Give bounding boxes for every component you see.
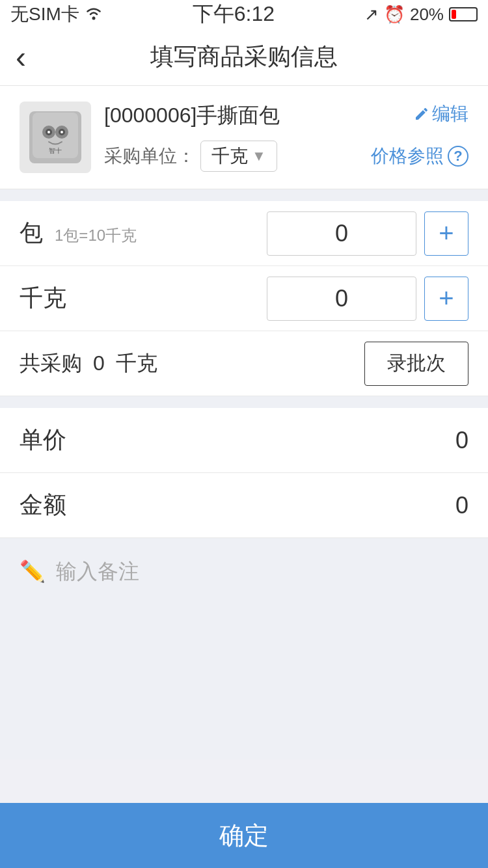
unit-price-label: 单价 [20,424,455,456]
bag-label: 包 1包=10千克 [20,217,267,249]
input-section: 包 1包=10千克 0 + 千克 0 + 共采购 0 千克 录批次 [0,201,488,396]
amount-label: 金额 [20,489,455,521]
kg-value-field[interactable]: 0 [267,277,416,321]
amount-row: 金额 0 [0,473,488,538]
svg-text:智十: 智十 [49,147,62,154]
kg-plus-button[interactable]: + [424,277,468,321]
edit-button[interactable]: 编辑 [414,102,468,126]
svg-point-6 [47,131,50,133]
price-info-section: 单价 0 金额 0 [0,408,488,538]
section-divider-1 [0,189,488,201]
page-title: 填写商品采购信息 [150,41,338,73]
location-icon: ↗ [364,5,379,25]
battery-icon [449,7,478,21]
unit-price-row: 单价 0 [0,408,488,473]
kg-label: 千克 [20,282,267,314]
status-time: 下午6:12 [193,0,275,29]
kg-input-row: 千克 0 + [0,266,488,331]
product-name: [0000006]手撕面包 [104,102,280,130]
bag-value-field[interactable]: 0 [267,211,416,256]
status-right-area: ↗ ⏰ 20% [364,5,478,25]
svg-point-0 [92,17,95,20]
batch-button[interactable]: 录批次 [364,342,468,386]
dropdown-arrow-icon: ▼ [252,148,266,165]
summary-row: 共采购 0 千克 录批次 [0,331,488,396]
amount-value: 0 [455,492,468,519]
product-logo: 智十 [29,111,81,163]
confirm-button[interactable]: 确定 [0,803,488,868]
nav-bar: ‹ 填写商品采购信息 [0,29,488,86]
alarm-icon: ⏰ [384,5,405,25]
status-bar: 无SIM卡 下午6:12 ↗ ⏰ 20% [0,0,488,29]
wifi-icon [85,4,103,25]
bag-sublabel: 1包=10千克 [55,226,137,244]
unit-select[interactable]: 千克 ▼ [200,141,277,172]
section-divider-2 [0,396,488,408]
product-info: [0000006]手撕面包 编辑 采购单位： 千克 ▼ 价格参照 ? [104,102,468,172]
notes-placeholder: 输入备注 [56,558,139,586]
price-ref-button[interactable]: 价格参照 ? [371,144,468,169]
unit-label: 采购单位： [104,144,195,169]
product-image: 智十 [20,102,91,173]
help-icon: ? [448,146,468,167]
notes-section[interactable]: ✏️ 输入备注 [0,538,488,616]
status-carrier: 无SIM卡 [10,2,103,27]
bag-plus-button[interactable]: + [424,211,468,256]
battery-percent: 20% [410,5,444,25]
summary-text: 共采购 0 千克 [20,349,364,378]
unit-price-value: 0 [455,427,468,454]
back-button[interactable]: ‹ [16,39,26,75]
svg-point-7 [61,131,63,133]
bottom-space [0,616,488,759]
bag-input-row: 包 1包=10千克 0 + [0,201,488,266]
pencil-icon: ✏️ [20,559,46,584]
carrier-text: 无SIM卡 [10,2,79,27]
product-card: 智十 [0000006]手撕面包 编辑 采购单位： 千克 ▼ [0,86,488,189]
